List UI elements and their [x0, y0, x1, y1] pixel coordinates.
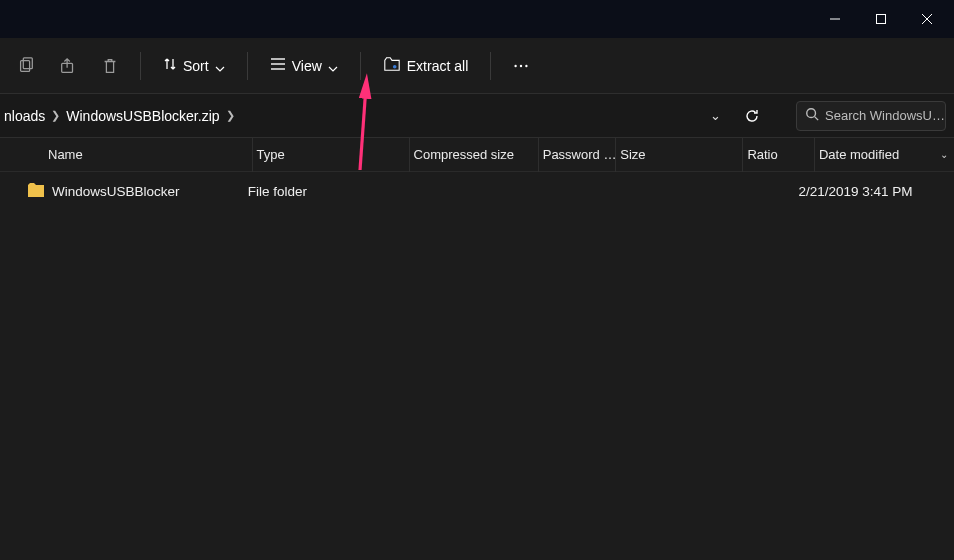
column-header-date-modified[interactable]: Date modified⌄: [815, 138, 954, 172]
delete-icon[interactable]: [92, 48, 128, 84]
sort-label: Sort: [183, 58, 209, 74]
column-header-size[interactable]: Size: [616, 138, 743, 172]
extract-all-label: Extract all: [407, 58, 468, 74]
extract-icon: [383, 55, 401, 76]
svg-point-10: [393, 65, 397, 69]
share-icon[interactable]: [50, 48, 86, 84]
more-icon[interactable]: [503, 48, 539, 84]
separator: [490, 52, 491, 80]
chevron-right-icon: ❯: [51, 109, 60, 122]
address-bar: nloads ❯ WindowsUSBBlocker.zip ❯ ⌄: [0, 94, 954, 138]
column-header-name[interactable]: Name: [44, 138, 253, 172]
file-type: File folder: [248, 184, 402, 199]
svg-line-15: [815, 116, 819, 120]
toolbar: Sort View Extract all: [0, 38, 954, 94]
svg-point-13: [525, 64, 527, 66]
search-box[interactable]: [796, 101, 946, 131]
file-list: WindowsUSBBlocker File folder 2/21/2019 …: [0, 172, 954, 204]
search-input[interactable]: [825, 108, 954, 123]
column-header-ratio[interactable]: Ratio: [743, 138, 815, 172]
chevron-right-icon: ❯: [226, 109, 235, 122]
chevron-down-icon: [215, 61, 225, 71]
refresh-button[interactable]: [736, 100, 768, 132]
separator: [140, 52, 141, 80]
view-icon: [270, 57, 286, 74]
sort-indicator-icon: ⌄: [940, 149, 948, 160]
column-header-type[interactable]: Type: [253, 138, 410, 172]
svg-point-14: [807, 108, 816, 117]
copy-icon[interactable]: [8, 48, 44, 84]
chevron-down-icon: [328, 61, 338, 71]
maximize-button[interactable]: [858, 3, 904, 35]
breadcrumb-item[interactable]: nloads: [4, 108, 45, 124]
address-dropdown-icon[interactable]: ⌄: [704, 108, 726, 123]
sort-button[interactable]: Sort: [153, 48, 235, 84]
breadcrumb-item[interactable]: WindowsUSBBlocker.zip: [66, 108, 219, 124]
extract-all-button[interactable]: Extract all: [373, 48, 478, 84]
svg-rect-1: [877, 15, 886, 24]
title-bar: [0, 0, 954, 38]
close-button[interactable]: [904, 3, 950, 35]
separator: [360, 52, 361, 80]
column-header-row: Name Type Compressed size Password … Siz…: [0, 138, 954, 172]
svg-point-12: [520, 64, 522, 66]
breadcrumb[interactable]: nloads ❯ WindowsUSBBlocker.zip ❯: [4, 108, 235, 124]
separator: [247, 52, 248, 80]
folder-icon: [28, 183, 44, 200]
svg-point-11: [515, 64, 517, 66]
file-name: WindowsUSBBlocker: [52, 184, 180, 199]
view-label: View: [292, 58, 322, 74]
table-row[interactable]: WindowsUSBBlocker File folder 2/21/2019 …: [28, 178, 954, 204]
column-header-compressed-size[interactable]: Compressed size: [410, 138, 539, 172]
column-header-password[interactable]: Password …: [539, 138, 617, 172]
minimize-button[interactable]: [812, 3, 858, 35]
view-button[interactable]: View: [260, 48, 348, 84]
svg-rect-5: [23, 57, 32, 68]
svg-rect-4: [21, 60, 30, 71]
sort-icon: [163, 57, 177, 74]
search-icon: [805, 107, 819, 125]
file-date-modified: 2/21/2019 3:41 PM: [798, 184, 954, 199]
